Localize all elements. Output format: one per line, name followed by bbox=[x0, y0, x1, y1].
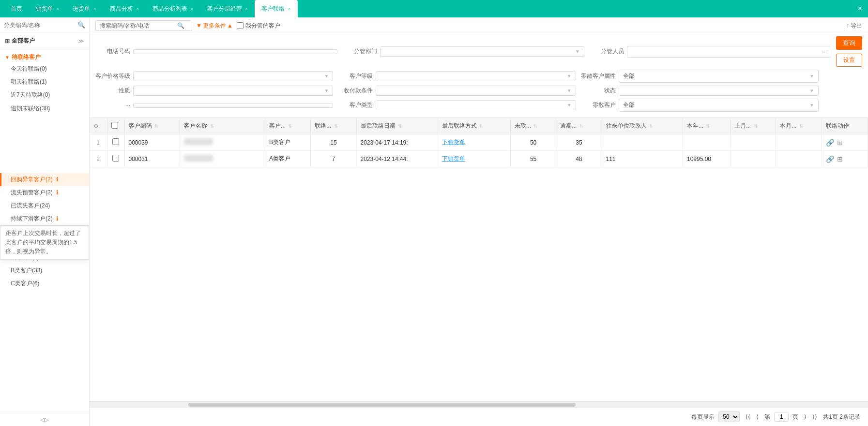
per-page-select[interactable]: 50 bbox=[718, 411, 740, 422]
row-contact-person: 111 bbox=[602, 151, 683, 167]
collapse-icon[interactable]: ≫ bbox=[78, 38, 84, 44]
scroll-thumb[interactable] bbox=[188, 403, 576, 407]
set-button[interactable]: 设置 bbox=[836, 54, 862, 67]
row-action: 🔗 ⊞ bbox=[822, 134, 868, 151]
page-input[interactable] bbox=[774, 412, 789, 422]
sidebar-search-area: 🔍 bbox=[0, 17, 89, 33]
sort-icon[interactable]: ⇅ bbox=[754, 123, 758, 129]
export-button[interactable]: ↑ 导出 bbox=[846, 22, 862, 30]
row-checkbox-cell bbox=[107, 151, 124, 167]
contact-method-link[interactable]: 下销货单 bbox=[442, 155, 465, 162]
filter-select-price-grade[interactable]: ▼ bbox=[133, 71, 333, 81]
filter-cell-nature: 性质 ▼ bbox=[95, 86, 333, 96]
sidebar-item-7days[interactable]: 近7天待联络(0) bbox=[0, 88, 89, 102]
sort-icon[interactable]: ⇅ bbox=[398, 123, 402, 129]
sidebar-item-class-c[interactable]: C类客户(6) bbox=[0, 277, 89, 290]
sidebar-item-churn-warning[interactable]: 流失预警客户(3) ℹ bbox=[0, 186, 89, 199]
filter-select-dots[interactable] bbox=[133, 103, 333, 108]
row-checkbox-cell bbox=[107, 134, 124, 151]
close-icon[interactable]: × bbox=[288, 6, 290, 12]
top-nav: 首页 销货单 × 进货单 × 商品分析 × 商品分析列表 × 客户分层经营 × … bbox=[0, 0, 868, 17]
chevron-down-icon: ▼ bbox=[575, 49, 580, 54]
filter-select-payment[interactable]: ▼ bbox=[376, 86, 576, 96]
nav-tab-customer-tier[interactable]: 客户分层经营 × bbox=[200, 0, 255, 17]
sidebar-search-icon[interactable]: 🔍 bbox=[77, 21, 85, 29]
sidebar-item-tomorrow[interactable]: 明天待联络(1) bbox=[0, 75, 89, 88]
nav-tab-analysis-list[interactable]: 商品分析列表 × bbox=[146, 0, 200, 17]
filter-select-cust-type[interactable]: ▼ bbox=[376, 100, 576, 110]
search-input[interactable] bbox=[100, 22, 177, 29]
filter-select-nature[interactable]: ▼ bbox=[133, 86, 333, 96]
filter-select-phone[interactable] bbox=[133, 49, 337, 54]
close-icon[interactable]: × bbox=[245, 6, 248, 12]
sort-icon[interactable]: ⇅ bbox=[210, 123, 214, 129]
advanced-filter: 电话号码 分管部门 ▼ 分管人员 ··· bbox=[90, 34, 868, 118]
prev-page-icon[interactable]: ⟨ bbox=[754, 413, 761, 421]
search-icon[interactable]: 🔍 bbox=[177, 22, 184, 29]
qr-icon[interactable]: ⊞ bbox=[837, 139, 843, 147]
th-contact-person: 往来单位联系人 ⇅ bbox=[602, 118, 683, 134]
sidebar-search-input[interactable] bbox=[4, 22, 77, 29]
th-settings[interactable]: ⚙ bbox=[90, 118, 107, 134]
close-icon[interactable]: × bbox=[136, 6, 139, 12]
qr-icon[interactable]: ⊞ bbox=[837, 155, 843, 163]
th-this-month-label: 本月... bbox=[780, 122, 796, 129]
sort-icon[interactable]: ⇅ bbox=[533, 123, 537, 129]
nav-tab-customer-contact[interactable]: 客户联络 × bbox=[255, 0, 297, 17]
filter-select-dept[interactable]: ▼ bbox=[380, 46, 584, 57]
nav-tab-home[interactable]: 首页 bbox=[4, 0, 29, 17]
close-icon[interactable]: × bbox=[56, 6, 59, 12]
row-last-month bbox=[731, 151, 776, 167]
close-icon[interactable]: × bbox=[190, 6, 193, 12]
more-conditions-toggle[interactable]: ▼ 更多条件 ▲ bbox=[196, 22, 233, 30]
filter-row-4: ··· 客户类型 ▼ 零散客户 全部 ▼ bbox=[95, 99, 862, 112]
link-icon[interactable]: 🔗 bbox=[826, 139, 834, 147]
sort-icon[interactable]: ⇅ bbox=[649, 123, 653, 129]
contact-method-link[interactable]: 下销货单 bbox=[442, 139, 465, 146]
sidebar-item-overdue[interactable]: 逾期未联络(30) bbox=[0, 102, 89, 115]
link-icon[interactable]: 🔗 bbox=[826, 155, 834, 163]
first-page-icon[interactable]: ⟨⟨ bbox=[744, 413, 752, 421]
query-button[interactable]: 查询 bbox=[836, 36, 862, 50]
filter-select-status[interactable]: ▼ bbox=[619, 86, 819, 96]
settings-icon[interactable]: ⚙ bbox=[93, 123, 99, 130]
sidebar-scroll-bottom[interactable]: ◁ ▷ bbox=[0, 413, 89, 426]
sidebar-item-repurchase-abnormal[interactable]: 回购异常客户(2) ℹ bbox=[0, 173, 89, 186]
sort-icon[interactable]: ⇅ bbox=[579, 123, 583, 129]
info-icon: ℹ bbox=[56, 176, 59, 183]
horizontal-scrollbar[interactable] bbox=[90, 401, 868, 407]
filter-select-scatter-attr[interactable]: 全部 ▼ bbox=[619, 70, 819, 83]
sidebar-item-churned[interactable]: 已流失客户(24) bbox=[0, 199, 89, 212]
sidebar-item-class-b[interactable]: B类客户(33) bbox=[0, 264, 89, 277]
sort-icon[interactable]: ⇅ bbox=[799, 123, 803, 129]
window-close-icon[interactable]: × bbox=[858, 4, 862, 13]
sort-icon[interactable]: ⇅ bbox=[154, 123, 158, 129]
my-customers-checkbox[interactable] bbox=[237, 22, 244, 29]
sort-icon[interactable]: ⇅ bbox=[288, 123, 292, 129]
filter-select-person[interactable]: ··· bbox=[627, 46, 831, 58]
nav-tab-purchase[interactable]: 进货单 × bbox=[66, 0, 103, 17]
nav-tab-analysis[interactable]: 商品分析 × bbox=[103, 0, 146, 17]
row-index: 2 bbox=[90, 151, 107, 167]
last-page-icon[interactable]: ⟩⟩ bbox=[810, 413, 819, 421]
close-icon[interactable]: × bbox=[93, 6, 96, 12]
my-customers-label: 我分管的客户 bbox=[245, 22, 280, 30]
sidebar-item-declining[interactable]: 持续下滑客户(2) ℹ bbox=[0, 212, 89, 225]
th-last-month: 上月... ⇅ bbox=[731, 118, 776, 134]
sidebar-item-today[interactable]: 今天待联络(0) bbox=[0, 62, 89, 75]
sort-icon[interactable]: ⇅ bbox=[706, 123, 710, 129]
more-icon[interactable]: ··· bbox=[822, 48, 827, 55]
sort-icon[interactable]: ⇅ bbox=[334, 123, 338, 129]
sidebar-section-pending[interactable]: ▼ 待联络客户 bbox=[0, 51, 89, 62]
filter-select-scatter-cust[interactable]: 全部 ▼ bbox=[619, 99, 819, 112]
select-all-checkbox[interactable] bbox=[111, 122, 118, 129]
tooltip-text: 距客户上次交易时长，超过了此客户的平均交易周期的1.5倍，则视为异常。 bbox=[5, 230, 81, 255]
row-checkbox[interactable] bbox=[112, 155, 119, 162]
row-checkbox[interactable] bbox=[112, 138, 119, 145]
filter-select-cust-grade[interactable]: ▼ bbox=[376, 71, 576, 81]
chevron-up-icon: ▲ bbox=[227, 22, 233, 29]
next-page-icon[interactable]: ⟩ bbox=[802, 413, 808, 421]
nav-tab-sales[interactable]: 销货单 × bbox=[29, 0, 66, 17]
th-overdue: 逾期... ⇅ bbox=[556, 118, 602, 134]
sort-icon[interactable]: ⇅ bbox=[479, 123, 483, 129]
